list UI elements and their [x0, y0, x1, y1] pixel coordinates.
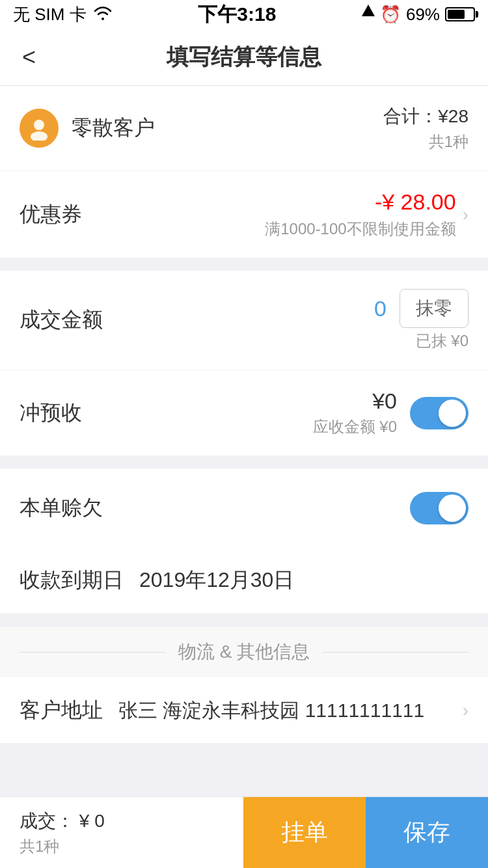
alarm-icon: ⏰	[380, 5, 401, 25]
customer-total: 合计：¥28 共1种	[383, 104, 468, 152]
back-button[interactable]: <	[16, 37, 42, 77]
due-date-value: 2019年12月30日	[139, 566, 294, 595]
address-label: 客户地址	[20, 696, 103, 725]
coupon-label: 优惠券	[20, 200, 82, 229]
divider-left	[20, 652, 165, 653]
deal-amount-sub: 已抹 ¥0	[334, 331, 468, 351]
prepay-amounts: ¥0 应收金额 ¥0	[313, 388, 397, 437]
address-chevron-icon: ›	[463, 700, 468, 721]
battery-icon	[445, 7, 475, 21]
toggle-knob	[439, 400, 466, 427]
bottom-deal-amount: ¥ 0	[79, 811, 105, 831]
coupon-desc: 满1000-100不限制使用金额	[265, 219, 455, 239]
customer-info: 零散客户	[20, 109, 155, 148]
total-count: 共1种	[383, 131, 468, 152]
deal-amount-controls: 抹零	[334, 289, 468, 328]
status-bar: 无 SIM 卡 下午3:18 ⏰ 69%	[0, 0, 488, 29]
due-date-label: 收款到期日	[20, 566, 124, 595]
prepay-toggle[interactable]	[410, 397, 468, 429]
coupon-right: -¥ 28.00 满1000-100不限制使用金额 ›	[265, 189, 468, 239]
battery-percent: 69%	[406, 5, 440, 25]
bottom-bar: 成交： ¥ 0 共1种 挂单 保存	[0, 796, 488, 868]
coupon-info: -¥ 28.00 满1000-100不限制使用金额	[265, 189, 455, 239]
due-date-row[interactable]: 收款到期日 2019年12月30日	[0, 548, 488, 614]
deal-amount-row: 成交金额 抹零 已抹 ¥0	[0, 271, 488, 370]
carrier-text: 无 SIM 卡	[13, 3, 87, 26]
divider-right	[323, 652, 468, 653]
status-right: ⏰ 69%	[362, 5, 475, 25]
deal-amount-input[interactable]	[334, 296, 386, 321]
address-row[interactable]: 客户地址 张三 海淀永丰科技园 11111111111 ›	[0, 677, 488, 743]
deal-amount-card: 成交金额 抹零 已抹 ¥0 冲预收 ¥0 应收金额 ¥0	[0, 271, 488, 455]
prepay-main-amount: ¥0	[313, 388, 397, 414]
customer-row: 零散客户 合计：¥28 共1种	[0, 86, 488, 170]
prepay-right: ¥0 应收金额 ¥0	[313, 388, 468, 437]
logistics-section: 物流 & 其他信息 客户地址 张三 海淀永丰科技园 11111111111 ›	[0, 627, 488, 743]
pending-button[interactable]: 挂单	[243, 797, 366, 869]
status-left: 无 SIM 卡	[13, 3, 113, 26]
logistics-label: 物流 & 其他信息	[165, 640, 323, 664]
customer-name: 零散客户	[72, 114, 155, 142]
coupon-row[interactable]: 优惠券 -¥ 28.00 满1000-100不限制使用金额 ›	[0, 170, 488, 258]
prepay-sub-amount: 应收金额 ¥0	[313, 416, 397, 437]
bad-debt-row: 本单赊欠	[0, 468, 488, 548]
wifi-icon	[93, 5, 113, 25]
deal-amount-label: 成交金额	[20, 306, 103, 334]
content-area: 零散客户 合计：¥28 共1种 优惠券 -¥ 28.00 满1000-100不限…	[0, 86, 488, 834]
total-price: 合计：¥28	[383, 104, 468, 129]
round-zero-button[interactable]: 抹零	[400, 289, 468, 328]
svg-point-1	[31, 131, 47, 141]
bad-debt-toggle-knob	[439, 495, 466, 522]
nav-bar: < 填写结算等信息	[0, 29, 488, 86]
svg-point-0	[34, 120, 44, 130]
prepay-row: 冲预收 ¥0 应收金额 ¥0	[0, 370, 488, 455]
bad-debt-label: 本单赊欠	[20, 494, 103, 522]
bottom-deal-label: 成交：	[20, 811, 74, 831]
avatar	[20, 109, 59, 148]
page-title: 填写结算等信息	[167, 42, 321, 72]
prepay-label: 冲预收	[20, 399, 82, 427]
coupon-discount: -¥ 28.00	[265, 189, 455, 215]
status-time: 下午3:18	[198, 1, 276, 28]
save-button[interactable]: 保存	[366, 797, 488, 869]
bottom-count: 共1种	[20, 836, 224, 857]
location-icon	[362, 5, 375, 25]
deal-amount-right: 抹零 已抹 ¥0	[334, 289, 468, 351]
bottom-info: 成交： ¥ 0 共1种	[0, 809, 243, 857]
logistics-header: 物流 & 其他信息	[0, 627, 488, 677]
bad-debt-card: 本单赊欠 收款到期日 2019年12月30日	[0, 468, 488, 614]
bottom-deal-row: 成交： ¥ 0	[20, 809, 224, 834]
customer-card: 零散客户 合计：¥28 共1种 优惠券 -¥ 28.00 满1000-100不限…	[0, 86, 488, 258]
back-icon: <	[22, 44, 36, 70]
bad-debt-toggle[interactable]	[410, 492, 468, 524]
chevron-right-icon: ›	[463, 204, 468, 225]
address-value: 张三 海淀永丰科技园 11111111111	[118, 696, 456, 725]
